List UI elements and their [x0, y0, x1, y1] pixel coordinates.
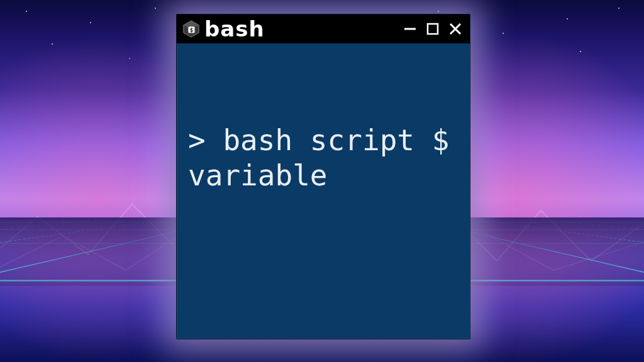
svg-rect-5 [428, 24, 438, 34]
svg-text:$: $ [190, 27, 193, 33]
maximize-button[interactable] [425, 21, 441, 37]
window-title: bash [204, 18, 265, 40]
app-hexagon-icon: $ [182, 19, 201, 38]
command-text: bash script $ variable [188, 123, 467, 192]
close-button[interactable] [447, 21, 464, 37]
prompt-symbol: > [188, 123, 223, 157]
terminal-window: $ bash > bash script $ variable [176, 14, 470, 339]
prompt-line: > bash script $ variable [188, 123, 458, 193]
titlebar[interactable]: $ bash [177, 14, 470, 43]
terminal-body[interactable]: > bash script $ variable [177, 43, 470, 339]
window-controls [402, 21, 464, 37]
minimize-button[interactable] [402, 21, 418, 37]
